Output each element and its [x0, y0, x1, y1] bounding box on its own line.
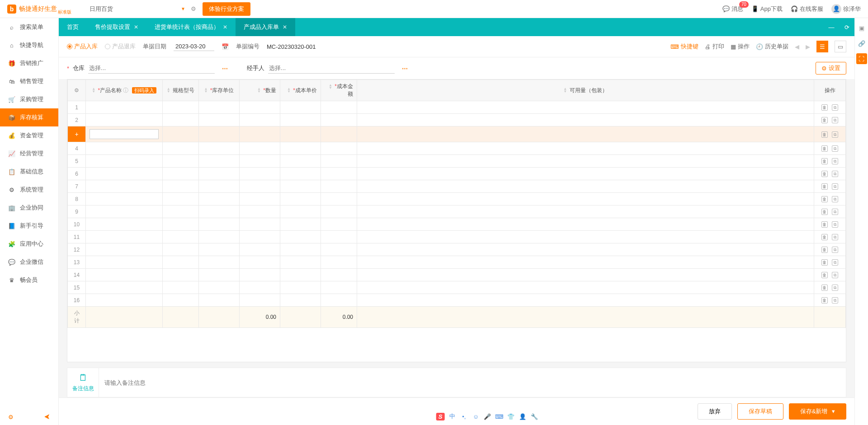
discard-button[interactable]: 放弃	[698, 403, 732, 420]
copy-row-icon[interactable]: ⧉	[832, 104, 838, 111]
sidebar-item[interactable]: 🧩应用中心	[0, 235, 58, 253]
delete-row-icon[interactable]: 🗑	[821, 104, 828, 111]
table-row[interactable]: 11 🗑 ⧉	[68, 231, 846, 243]
sidebar-item[interactable]: ⌂快捷导航	[0, 36, 58, 54]
table-row[interactable]: 6 🗑 ⧉	[68, 168, 846, 180]
delete-row-icon[interactable]: 🗑	[821, 272, 828, 278]
app-download-link[interactable]: 📱 App下载	[751, 5, 783, 13]
copy-row-icon[interactable]: ⧉	[832, 221, 838, 228]
table-row[interactable]: + 🗑 ⧉	[68, 126, 846, 142]
ime-s-icon[interactable]: S	[436, 413, 445, 420]
delete-row-icon[interactable]: 🗑	[821, 171, 828, 177]
view-card-button[interactable]: ▭	[835, 41, 846, 52]
save-draft-button[interactable]: 保存草稿	[737, 403, 783, 420]
sidebar-item[interactable]: 💰资金管理	[0, 126, 58, 145]
sort-icon[interactable]: ▲▼	[204, 88, 208, 93]
sidebar-item[interactable]: 📈经营管理	[0, 145, 58, 163]
copy-row-icon[interactable]: ⧉	[832, 183, 838, 190]
sidebar-item[interactable]: ⚙系统管理	[0, 181, 58, 199]
table-row[interactable]: 5 🗑 ⧉	[68, 155, 846, 168]
operate-link[interactable]: ▦ 操作	[731, 42, 750, 51]
handler-more-icon[interactable]: ⋯	[402, 65, 409, 72]
date-field[interactable]: 2023-03-20	[174, 42, 214, 51]
delete-row-icon[interactable]: 🗑	[821, 183, 828, 190]
copy-row-icon[interactable]: ⧉	[832, 247, 838, 253]
prev-doc-button[interactable]: ◀	[795, 43, 799, 50]
sidebar-item[interactable]: 🛒采购管理	[0, 90, 58, 108]
add-row-button[interactable]: +	[73, 130, 81, 138]
delete-row-icon[interactable]: 🗑	[821, 131, 828, 138]
delete-row-icon[interactable]: 🗑	[821, 234, 828, 240]
ime-tool-icon[interactable]: 🔧	[530, 412, 538, 420]
document-tab[interactable]: 产成品入库单✕	[236, 18, 295, 36]
close-icon[interactable]: ✕	[134, 24, 138, 30]
table-row[interactable]: 4 🗑 ⧉	[68, 142, 846, 155]
product-name-input[interactable]	[90, 129, 159, 139]
sidebar-item[interactable]: 📘新手引导	[0, 217, 58, 235]
delete-row-icon[interactable]: 🗑	[821, 158, 828, 164]
copy-row-icon[interactable]: ⧉	[832, 297, 838, 304]
sidebar-item[interactable]: 📦库存核算	[0, 108, 58, 126]
table-row[interactable]: 15 🗑 ⧉	[68, 281, 846, 294]
sidebar-item[interactable]: 🛍销售管理	[0, 72, 58, 90]
delete-row-icon[interactable]: 🗑	[821, 285, 828, 291]
ime-user-icon[interactable]: 👤	[519, 412, 527, 420]
ime-emoji-icon[interactable]: ☺	[472, 412, 480, 420]
print-link[interactable]: 🖨 打印	[705, 42, 724, 51]
document-tab[interactable]: 进货单统计表（按商品）✕	[146, 18, 236, 36]
table-row[interactable]: 16 🗑 ⧉	[68, 294, 846, 307]
copy-row-icon[interactable]: ⧉	[832, 272, 838, 278]
delete-row-icon[interactable]: 🗑	[821, 209, 828, 215]
sort-icon[interactable]: ▲▼	[329, 84, 332, 89]
delete-row-icon[interactable]: 🗑	[821, 117, 828, 123]
delete-row-icon[interactable]: 🗑	[821, 221, 828, 228]
delete-row-icon[interactable]: 🗑	[821, 247, 828, 253]
ime-punct-icon[interactable]: •,	[460, 412, 468, 420]
sort-icon[interactable]: ▲▼	[287, 88, 291, 93]
delete-row-icon[interactable]: 🗑	[821, 259, 828, 266]
ime-zh-icon[interactable]: 中	[448, 412, 456, 420]
scan-tag[interactable]: 扫码录入	[132, 87, 156, 93]
sidebar-item[interactable]: ♛畅会员	[0, 271, 58, 289]
save-new-button[interactable]: 保存&新增 ▾	[789, 403, 846, 420]
warehouse-select[interactable]	[88, 63, 215, 74]
table-row[interactable]: 2 🗑 ⧉	[68, 114, 846, 126]
shortcut-link[interactable]: ⌨ 快捷键	[670, 42, 698, 51]
sidebar-item[interactable]: 🎁营销推广	[0, 54, 58, 72]
delete-row-icon[interactable]: 🗑	[821, 297, 828, 304]
copy-row-icon[interactable]: ⧉	[832, 259, 838, 266]
table-row[interactable]: 7 🗑 ⧉	[68, 180, 846, 193]
sidebar-item[interactable]: 🏢企业协同	[0, 199, 58, 217]
help-icon[interactable]: ⓘ	[123, 87, 128, 93]
remarks-input[interactable]	[99, 368, 846, 397]
ime-keyboard-icon[interactable]: ⌨	[495, 412, 503, 420]
table-row[interactable]: 1 🗑 ⧉	[68, 101, 846, 114]
sort-icon[interactable]: ▲▼	[92, 88, 95, 93]
view-list-button[interactable]: ☰	[816, 41, 828, 52]
user-menu[interactable]: 👤 徐泽华	[831, 4, 861, 14]
support-link[interactable]: 🎧 在线客服	[791, 5, 823, 13]
settings-button[interactable]: ⚙ 设置	[816, 62, 846, 75]
close-icon[interactable]: ✕	[283, 24, 287, 30]
trial-button[interactable]: 体验行业方案	[203, 2, 250, 16]
tab-refresh-button[interactable]: ⟳	[839, 24, 854, 31]
table-row[interactable]: 9 🗑 ⧉	[68, 205, 846, 218]
next-doc-button[interactable]: ▶	[806, 43, 810, 50]
copy-row-icon[interactable]: ⧉	[832, 117, 838, 123]
copy-row-icon[interactable]: ⧉	[832, 145, 838, 152]
copy-row-icon[interactable]: ⧉	[832, 209, 838, 215]
table-row[interactable]: 10 🗑 ⧉	[68, 218, 846, 231]
rail-help-icon[interactable]: ▣	[856, 23, 867, 33]
radio-product-out[interactable]: 产品退库	[105, 42, 136, 51]
messages-link[interactable]: 💬 消息 70	[722, 5, 743, 13]
table-row[interactable]: 13 🗑 ⧉	[68, 256, 846, 269]
table-row[interactable]: 8 🗑 ⧉	[68, 193, 846, 205]
copy-row-icon[interactable]: ⧉	[832, 285, 838, 291]
document-tab[interactable]: 售价提取设置✕	[87, 18, 146, 36]
handler-select[interactable]	[268, 63, 395, 74]
delete-row-icon[interactable]: 🗑	[821, 196, 828, 202]
warehouse-more-icon[interactable]: ⋯	[222, 65, 229, 72]
sidebar-item[interactable]: 💬企业微信	[0, 253, 58, 271]
table-row[interactable]: 14 🗑 ⧉	[68, 269, 846, 281]
sort-icon[interactable]: ▲▼	[257, 88, 261, 93]
